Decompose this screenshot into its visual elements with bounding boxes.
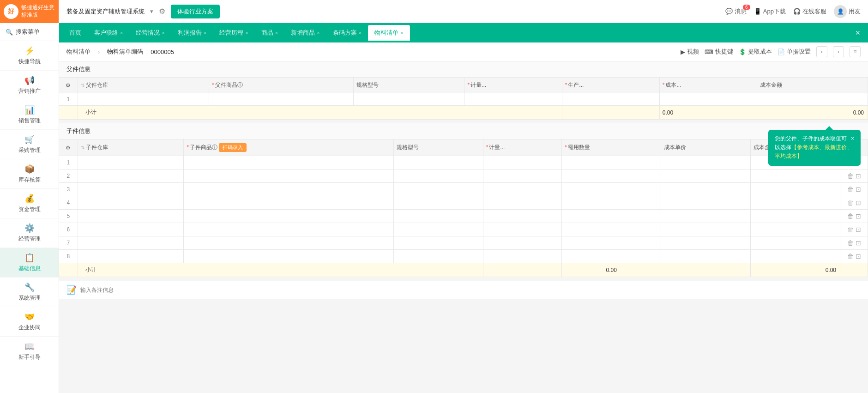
tab-add-goods[interactable]: 新增商品 ×: [284, 25, 326, 41]
next-arrow[interactable]: ›: [833, 46, 844, 57]
tab-profit[interactable]: 利润报告 ×: [171, 25, 213, 41]
child-col-settings[interactable]: ⚙: [59, 139, 78, 156]
child-row-2-goods[interactable]: [184, 169, 393, 183]
child-row-8-spec[interactable]: [393, 250, 483, 263]
child-row-7-quantity[interactable]: [562, 236, 661, 250]
child-row-4-warehouse[interactable]: [78, 196, 184, 210]
tab-profit-close[interactable]: ×: [204, 30, 206, 36]
child-row-3-warehouse[interactable]: [78, 183, 184, 196]
tooltip-close-btn[interactable]: ×: [851, 134, 854, 143]
sidebar-item-guide[interactable]: 📖 新手引导: [0, 337, 59, 366]
tab-operations-close[interactable]: ×: [162, 30, 164, 36]
tab-goods[interactable]: 商品 ×: [255, 25, 284, 41]
child-row-7-spec[interactable]: [393, 236, 483, 250]
child-row-3-goods[interactable]: [184, 183, 393, 196]
sidebar-item-inventory[interactable]: 📦 库存核算: [0, 159, 59, 189]
action-doc-settings[interactable]: 📄 单据设置: [778, 48, 811, 56]
child-row-2-spec[interactable]: [393, 169, 483, 183]
sidebar-search[interactable]: 🔍 搜索菜单: [0, 23, 59, 41]
topbar-gear-icon[interactable]: ⚙: [159, 7, 165, 16]
child-row-6-unit[interactable]: [483, 223, 562, 236]
sidebar-item-sales[interactable]: 📊 销售管理: [0, 100, 59, 130]
child-row-1-quantity[interactable]: [562, 156, 661, 169]
child-row-6-delete-icon[interactable]: 🗑: [847, 226, 854, 233]
topbar-dropdown-arrow[interactable]: ▾: [150, 8, 153, 15]
sidebar-item-enterprise[interactable]: 🤝 企业协同: [0, 307, 59, 337]
topbar-message[interactable]: 💬 消息 6: [725, 7, 747, 16]
child-row-3-quantity[interactable]: [562, 183, 661, 196]
child-row-8-warehouse[interactable]: [78, 250, 184, 263]
child-row-2-warehouse[interactable]: [78, 169, 184, 183]
child-row-7-unit[interactable]: [483, 236, 562, 250]
child-row-4-delete-icon[interactable]: 🗑: [847, 199, 854, 206]
child-row-8-unit[interactable]: [483, 250, 562, 263]
child-row-7-copy-icon[interactable]: ⊡: [856, 239, 861, 247]
child-row-5-spec[interactable]: [393, 210, 483, 223]
child-row-2-unit[interactable]: [483, 169, 562, 183]
parent-row-1-spec[interactable]: [354, 93, 464, 106]
sidebar-item-purchase[interactable]: 🛒 采购管理: [0, 130, 59, 159]
child-row-3-copy-icon[interactable]: ⊡: [856, 186, 861, 193]
tab-home[interactable]: 首页: [63, 25, 88, 41]
experience-btn[interactable]: 体验行业方案: [171, 5, 220, 18]
topbar-app-download[interactable]: 📱 App下载: [754, 7, 786, 16]
parent-row-1-cost[interactable]: [659, 93, 757, 106]
sidebar-item-basic[interactable]: 📋 基础信息: [0, 248, 59, 278]
parent-row-1-unit[interactable]: [464, 93, 562, 106]
tab-operations[interactable]: 经营情况 ×: [129, 25, 171, 41]
child-row-1-goods[interactable]: [184, 156, 393, 169]
parent-row-1-goods[interactable]: [209, 93, 354, 106]
child-row-2-delete-icon[interactable]: 🗑: [847, 172, 854, 180]
child-row-6-quantity[interactable]: [562, 223, 661, 236]
breadcrumb-bom[interactable]: 物料清单: [66, 48, 90, 56]
menu-arrow[interactable]: ≡: [850, 46, 861, 57]
child-row-5-delete-icon[interactable]: 🗑: [847, 212, 854, 220]
sidebar-item-operations[interactable]: ⚙️ 经营管理: [0, 218, 59, 248]
note-input[interactable]: [80, 287, 861, 293]
child-row-5-copy-icon[interactable]: ⊡: [856, 212, 861, 220]
child-row-8-delete-icon[interactable]: 🗑: [847, 253, 854, 260]
tab-customer-close[interactable]: ×: [120, 30, 123, 36]
child-row-6-spec[interactable]: [393, 223, 483, 236]
action-video[interactable]: ▶ 视频: [681, 48, 699, 56]
child-row-4-unit[interactable]: [483, 196, 562, 210]
child-row-7-goods[interactable]: [184, 236, 393, 250]
scan-input-btn[interactable]: 扫码录入: [219, 143, 247, 152]
child-row-8-quantity[interactable]: [562, 250, 661, 263]
action-cost[interactable]: 💲 提取成本: [739, 48, 772, 56]
sidebar-item-quick-nav[interactable]: ⚡ 快捷导航: [0, 41, 59, 71]
child-row-6-copy-icon[interactable]: ⊡: [856, 226, 861, 233]
child-row-4-spec[interactable]: [393, 196, 483, 210]
child-row-6-warehouse[interactable]: [78, 223, 184, 236]
prev-arrow[interactable]: ‹: [816, 46, 827, 57]
child-row-7-warehouse[interactable]: [78, 236, 184, 250]
sidebar-item-finance[interactable]: 💰 资金管理: [0, 189, 59, 218]
topbar-online-service[interactable]: 🎧 在线客服: [793, 7, 826, 16]
child-row-4-quantity[interactable]: [562, 196, 661, 210]
child-row-5-goods[interactable]: [184, 210, 393, 223]
action-shortcut[interactable]: ⌨ 快捷键: [705, 48, 733, 56]
tab-bom[interactable]: 物料清单 ×: [368, 25, 410, 41]
parent-row-1-production[interactable]: [562, 93, 659, 106]
child-row-3-delete-icon[interactable]: 🗑: [847, 186, 854, 193]
child-row-3-spec[interactable]: [393, 183, 483, 196]
tab-add-goods-close[interactable]: ×: [317, 30, 319, 36]
tab-goods-close[interactable]: ×: [275, 30, 278, 36]
child-row-2-quantity[interactable]: [562, 169, 661, 183]
child-row-5-warehouse[interactable]: [78, 210, 184, 223]
tab-barcode-close[interactable]: ×: [359, 30, 362, 36]
child-row-4-copy-icon[interactable]: ⊡: [856, 199, 861, 206]
sidebar-item-marketing[interactable]: 📢 营销推广: [0, 71, 59, 100]
child-row-1-warehouse[interactable]: [78, 156, 184, 169]
child-row-2-copy-icon[interactable]: ⊡: [856, 172, 861, 180]
tab-history-close[interactable]: ×: [245, 30, 248, 36]
child-row-5-quantity[interactable]: [562, 210, 661, 223]
child-row-5-unit[interactable]: [483, 210, 562, 223]
close-all-tabs[interactable]: ✕: [851, 27, 864, 38]
tab-barcode[interactable]: 条码方案 ×: [326, 25, 368, 41]
tab-customer[interactable]: 客户联络 ×: [88, 25, 129, 41]
topbar-user[interactable]: 👤 用友: [834, 5, 861, 18]
child-row-1-unit[interactable]: [483, 156, 562, 169]
child-row-8-goods[interactable]: [184, 250, 393, 263]
child-row-6-goods[interactable]: [184, 223, 393, 236]
